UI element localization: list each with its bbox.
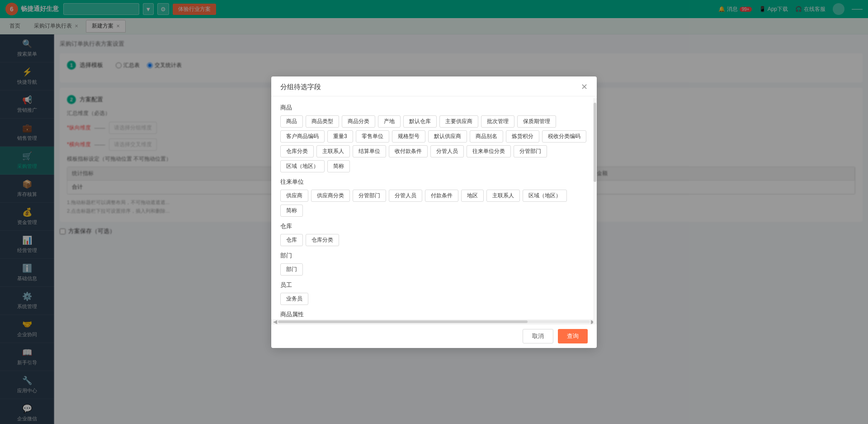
group-title-staff: 员工 bbox=[280, 281, 588, 289]
group-title-product-attr: 商品属性 bbox=[280, 310, 588, 319]
field-product-category[interactable]: 商品分类 bbox=[342, 115, 375, 128]
field-supervisor[interactable]: 分管人员 bbox=[430, 145, 464, 157]
field-partner-category[interactable]: 往来单位分类 bbox=[467, 145, 511, 157]
field-salesperson[interactable]: 业务员 bbox=[280, 293, 308, 305]
hscroll-thumb[interactable] bbox=[278, 320, 528, 323]
group-title-dept: 部门 bbox=[280, 252, 588, 260]
field-weight3[interactable]: 重量3 bbox=[327, 130, 353, 143]
field-main-contact-partner[interactable]: 主联系人 bbox=[486, 190, 520, 202]
modal-overlay: 分组待选字段 ✕ 商品 商品 商品类型 商品分类 产地 默认仓库 主要供应商 批… bbox=[0, 0, 868, 424]
hscroll-track[interactable] bbox=[278, 320, 590, 323]
confirm-button[interactable]: 查询 bbox=[558, 329, 588, 343]
field-tax-code[interactable]: 税收分类编码 bbox=[542, 130, 586, 143]
field-selection-modal: 分组待选字段 ✕ 商品 商品 商品类型 商品分类 产地 默认仓库 主要供应商 批… bbox=[271, 76, 597, 348]
modal-footer: 取消 查询 bbox=[271, 324, 597, 348]
field-customer-code[interactable]: 客户商品编码 bbox=[280, 130, 325, 143]
product-fields-grid: 商品 商品类型 商品分类 产地 默认仓库 主要供应商 批次管理 保质期管理 客户… bbox=[280, 115, 588, 172]
modal-body: 商品 商品 商品类型 商品分类 产地 默认仓库 主要供应商 批次管理 保质期管理… bbox=[271, 96, 597, 319]
group-title-warehouse: 仓库 bbox=[280, 222, 588, 230]
field-main-supplier[interactable]: 主要供应商 bbox=[439, 115, 478, 128]
field-warehouse-category[interactable]: 仓库分类 bbox=[280, 145, 314, 157]
warehouse-fields-grid: 仓库 仓库分类 bbox=[280, 234, 588, 246]
field-region-product[interactable]: 区域（地区） bbox=[280, 160, 325, 172]
field-product-type[interactable]: 商品类型 bbox=[306, 115, 339, 128]
field-warehouse-cat[interactable]: 仓库分类 bbox=[306, 234, 339, 246]
staff-fields-grid: 业务员 bbox=[280, 293, 588, 305]
field-quality-mgmt[interactable]: 保质期管理 bbox=[517, 115, 556, 128]
modal-title: 分组待选字段 bbox=[280, 83, 321, 91]
field-default-warehouse[interactable]: 默认仓库 bbox=[403, 115, 437, 128]
field-dept[interactable]: 部门 bbox=[280, 263, 303, 276]
field-short-name-product[interactable]: 简称 bbox=[327, 160, 350, 172]
partner-fields-grid: 供应商 供应商分类 分管部门 分管人员 付款条件 地区 主联系人 区域（地区） … bbox=[280, 190, 588, 217]
field-retail-unit[interactable]: 零售单位 bbox=[356, 130, 389, 143]
modal-vertical-scrollbar[interactable] bbox=[593, 98, 597, 324]
field-supplier[interactable]: 供应商 bbox=[280, 190, 308, 202]
field-supervisor-partner[interactable]: 分管人员 bbox=[389, 190, 422, 202]
field-region-partner[interactable]: 地区 bbox=[461, 190, 484, 202]
field-short-name-partner[interactable]: 简称 bbox=[280, 205, 303, 217]
field-payment-terms[interactable]: 收付款条件 bbox=[389, 145, 428, 157]
field-dept-supervised[interactable]: 分管部门 bbox=[514, 145, 547, 157]
modal-close-btn[interactable]: ✕ bbox=[581, 83, 588, 91]
field-batch-mgmt[interactable]: 批次管理 bbox=[481, 115, 514, 128]
field-origin[interactable]: 产地 bbox=[378, 115, 401, 128]
modal-horizontal-scrollbar[interactable]: ◀ ▶ bbox=[271, 319, 597, 324]
field-default-supplier[interactable]: 默认供应商 bbox=[428, 130, 467, 143]
group-title-partner: 往来单位 bbox=[280, 178, 588, 186]
group-title-product: 商品 bbox=[280, 104, 588, 112]
field-payment-cond[interactable]: 付款条件 bbox=[425, 190, 458, 202]
field-product-alias[interactable]: 商品别名 bbox=[470, 130, 503, 143]
field-warehouse[interactable]: 仓库 bbox=[280, 234, 303, 246]
field-polish-points[interactable]: 炼货积分 bbox=[506, 130, 539, 143]
dept-fields-grid: 部门 bbox=[280, 263, 588, 276]
field-settlement-unit[interactable]: 结算单位 bbox=[353, 145, 386, 157]
field-supplier-category[interactable]: 供应商分类 bbox=[311, 190, 350, 202]
field-spec-model[interactable]: 规格型号 bbox=[392, 130, 425, 143]
vscroll-thumb[interactable] bbox=[594, 103, 596, 182]
field-region-area-partner[interactable]: 区域（地区） bbox=[523, 190, 567, 202]
field-product[interactable]: 商品 bbox=[280, 115, 303, 128]
modal-header: 分组待选字段 ✕ bbox=[271, 76, 597, 96]
cancel-button[interactable]: 取消 bbox=[523, 329, 553, 343]
field-dept-partner[interactable]: 分管部门 bbox=[353, 190, 386, 202]
field-main-contact[interactable]: 主联系人 bbox=[316, 145, 350, 157]
